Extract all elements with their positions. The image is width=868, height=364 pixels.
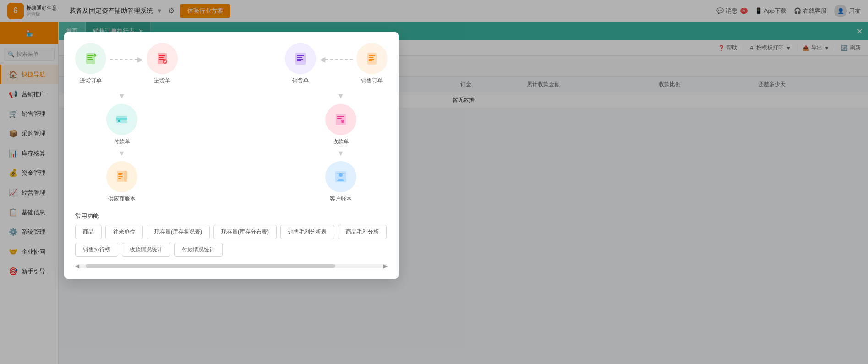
scroll-right-icon[interactable]: ▶: [383, 263, 388, 269]
scroll-bar-area: ◀ ▶: [75, 264, 388, 268]
svg-point-34: [339, 173, 343, 177]
flow-diagram-area: 进货订单 ▶: [75, 43, 388, 203]
svg-rect-3: [87, 59, 93, 60]
svg-rect-18: [369, 60, 372, 61]
svg-rect-1: [87, 55, 94, 56]
flow-circle-sales-order: [356, 43, 388, 74]
flow-row-1: 进货订单 ▶: [75, 43, 388, 85]
flow-label-payment-bill: 付款单: [114, 138, 130, 146]
flow-circle-receipt-bill: ¥: [325, 104, 356, 135]
func-btn-contact-unit[interactable]: 往来单位: [105, 225, 143, 239]
svg-rect-10: [297, 55, 304, 56]
arrow-down-payment: ▼: [106, 149, 137, 158]
svg-rect-2: [87, 57, 92, 58]
func-btn-sales-rank[interactable]: 销售排行榜: [75, 243, 118, 257]
svg-rect-22: [336, 114, 346, 125]
svg-rect-35: [336, 173, 345, 174]
svg-rect-30: [118, 174, 122, 175]
svg-rect-23: [337, 116, 344, 117]
func-btn-product-gross[interactable]: 商品毛利分析: [338, 225, 387, 239]
func-btn-payment-stats[interactable]: 付款情况统计: [174, 243, 223, 257]
svg-rect-24: [337, 118, 342, 119]
func-btn-receipt-stats[interactable]: 收款情况统计: [122, 243, 170, 257]
flow-node-payment-bill[interactable]: 付款单: [106, 104, 137, 146]
flow-label-receipt-bill: 收款单: [333, 138, 349, 146]
flow-node-purchase-order[interactable]: 进货订单: [75, 43, 106, 85]
flow-circle-supplier-ledger: [106, 161, 137, 192]
arrow-1-2: ▶: [110, 55, 143, 73]
arrow-4-3: ◀: [320, 55, 353, 73]
flow-circle-purchase-bill: [147, 43, 178, 74]
svg-rect-31: [118, 176, 123, 177]
flow-label-purchase-order: 进货订单: [80, 77, 102, 85]
svg-text:¥: ¥: [342, 120, 344, 124]
func-buttons-row-2: 销售排行榜 收款情况统计 付款情况统计: [75, 243, 388, 257]
svg-rect-16: [369, 57, 373, 58]
func-btn-product[interactable]: 商品: [75, 225, 102, 239]
func-btn-stock-status[interactable]: 现存量(库存状况表): [147, 225, 210, 239]
flow-circle-purchase-order: [75, 43, 106, 74]
flow-circle-customer-ledger: [325, 161, 356, 192]
arrow-down-purchase-bill: ▼: [106, 92, 137, 100]
scroll-left-icon[interactable]: ◀: [75, 263, 79, 269]
svg-rect-5: [159, 55, 165, 56]
func-btn-stock-dist[interactable]: 现存量(库存分布表): [213, 225, 277, 239]
scroll-thumb[interactable]: [86, 264, 336, 268]
popup-card: 进货订单 ▶: [64, 32, 399, 279]
flow-node-customer-ledger[interactable]: 客户账本: [325, 161, 356, 203]
svg-rect-17: [369, 59, 374, 60]
overlay[interactable]: 进货订单 ▶: [0, 0, 868, 364]
flow-label-sales-bill: 销货单: [292, 77, 309, 85]
svg-rect-11: [297, 57, 302, 58]
svg-rect-15: [369, 55, 375, 56]
arrow-down-receipt: ▼: [325, 149, 356, 158]
svg-rect-6: [159, 57, 164, 58]
flow-node-receipt-bill[interactable]: ¥ 收款单: [325, 104, 356, 146]
flow-row-5: 供应商账本 客户账本: [75, 161, 388, 203]
svg-rect-7: [159, 59, 164, 60]
flow-node-sales-order[interactable]: 销售订单: [356, 43, 388, 85]
svg-rect-13: [297, 60, 301, 61]
svg-rect-21: [118, 120, 120, 122]
func-buttons-row-1: 商品 往来单位 现存量(库存状况表) 现存量(库存分布表) 销售毛利分析表 商品…: [75, 225, 388, 239]
common-functions-title: 常用功能: [75, 212, 388, 220]
func-btn-sales-gross[interactable]: 销售毛利分析表: [280, 225, 334, 239]
svg-rect-28: [124, 171, 127, 182]
flow-label-purchase-bill: 进货单: [154, 77, 170, 85]
arrow-down-sales-bill: ▼: [325, 92, 356, 100]
flow-label-customer-ledger: 客户账本: [330, 195, 352, 203]
flow-row-3: 付款单 ¥ 收款单: [75, 104, 388, 146]
svg-rect-20: [116, 118, 127, 120]
flow-node-supplier-ledger[interactable]: 供应商账本: [106, 161, 137, 203]
flow-circle-payment-bill: [106, 104, 137, 135]
svg-point-8: [163, 59, 167, 64]
flow-circle-sales-bill: [285, 43, 316, 74]
svg-rect-12: [297, 59, 303, 60]
common-functions-area: 常用功能 商品 往来单位 现存量(库存状况表) 现存量(库存分布表) 销售毛利分…: [75, 212, 388, 257]
flow-node-purchase-bill[interactable]: 进货单: [147, 43, 178, 85]
flow-row-arrows-down: ▼ ▼: [75, 92, 388, 100]
flow-node-sales-bill[interactable]: 销货单: [285, 43, 316, 85]
flow-label-sales-order: 销售订单: [361, 77, 383, 85]
flow-row-arrows-down-2: ▼ ▼: [75, 149, 388, 158]
svg-rect-32: [118, 178, 121, 179]
flow-label-supplier-ledger: 供应商账本: [108, 195, 136, 203]
svg-rect-29: [118, 173, 123, 174]
